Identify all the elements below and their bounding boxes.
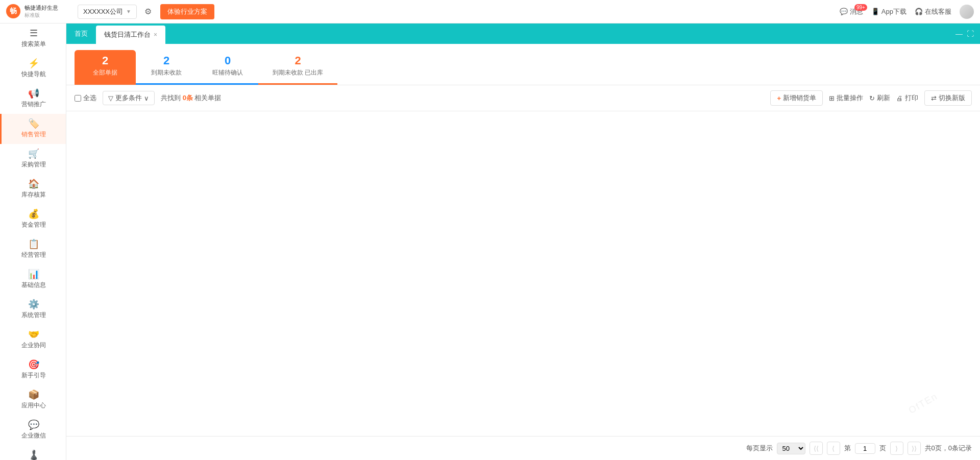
tab-expand-icon[interactable]: ⛶ <box>967 30 974 38</box>
add-sales-order-button[interactable]: + 新增销货单 <box>770 90 823 106</box>
found-count: 0条 <box>183 94 193 102</box>
stat-tab-0[interactable]: 2 全部单据 <box>75 50 136 85</box>
filter-button[interactable]: ▽ 更多条件 ∨ <box>103 91 155 105</box>
plus-icon: + <box>777 94 781 102</box>
chevron-icon: ∨ <box>144 94 149 102</box>
sidebar-item-purchase[interactable]: 🛒 采购管理 <box>0 144 66 174</box>
member-icon: ♟️ <box>28 450 39 459</box>
guide-label: 新手引导 <box>21 371 46 380</box>
sales-label: 销售管理 <box>21 130 46 139</box>
messages-badge: 99+ <box>854 4 867 11</box>
sidebar-item-cooperation[interactable]: 🤝 企业协同 <box>0 325 66 355</box>
purchase-icon: 🛒 <box>28 149 39 158</box>
stat-tab-3[interactable]: 2 到期未收款 已出库 <box>258 50 337 85</box>
inventory-label: 库存核算 <box>21 190 46 199</box>
checkbox-input[interactable] <box>75 95 81 102</box>
marketing-icon: 📢 <box>28 89 39 98</box>
company-name: XXXXXX公司 <box>83 7 123 16</box>
stat-label-1: 到期未收款 <box>151 68 182 77</box>
page-prev-btn[interactable]: ⟨ <box>827 442 840 455</box>
system-label: 系统管理 <box>21 311 46 320</box>
sidebar-item-member[interactable]: ♟️ 畅会员 <box>0 445 66 460</box>
header-right: 💬 消息 99+ 📱 App下载 🎧 在线客服 <box>840 5 974 19</box>
filter-icon: ▽ <box>108 94 113 102</box>
online-support-btn[interactable]: 🎧 在线客服 <box>915 7 951 16</box>
avatar[interactable] <box>960 5 974 19</box>
print-button[interactable]: 🖨 打印 <box>896 93 918 103</box>
sidebar-item-guide[interactable]: 🎯 新手引导 <box>0 355 66 385</box>
refresh-icon: ↻ <box>869 94 875 102</box>
page-first-btn[interactable]: ⟨⟨ <box>810 442 823 455</box>
wecom-icon: 💬 <box>28 420 39 429</box>
stat-number-3: 2 <box>295 54 301 67</box>
app-name: 畅捷通好生意 <box>24 4 58 11</box>
toolbar-right: + 新增销货单 ⊞ 批量操作 ↻ 刷新 🖨 打印 <box>770 90 972 106</box>
page-input[interactable] <box>855 443 875 454</box>
search-menu-label: 搜索菜单 <box>21 40 46 49</box>
basic-info-label: 基础信息 <box>21 281 46 289</box>
guide-icon: 🎯 <box>28 360 39 369</box>
finance-icon: 💰 <box>28 209 39 219</box>
app-version: 标准版 <box>24 12 58 19</box>
table-area <box>66 111 980 436</box>
operations-label: 经营管理 <box>21 251 46 259</box>
stat-label-3: 到期未收款 已出库 <box>273 68 323 77</box>
sidebar-item-inventory[interactable]: 🏠 库存核算 <box>0 174 66 204</box>
page-next-btn[interactable]: ⟩ <box>890 442 903 455</box>
main-content: 首页 钱货日清工作台 × — ⛶ 2 全部单据 2 到期未收款 0 旺辅待确认 … <box>66 23 980 460</box>
tab-close-icon[interactable]: × <box>154 31 157 38</box>
content-area: 2 全部单据 2 到期未收款 0 旺辅待确认 2 到期未收款 已出库 全选 ▽ … <box>66 44 980 460</box>
total-count: 共0页，0条记录 <box>925 444 972 453</box>
refresh-button[interactable]: ↻ 刷新 <box>869 93 890 103</box>
batch-operation-button[interactable]: ⊞ 批量操作 <box>829 93 863 103</box>
sidebar-item-quick-nav[interactable]: ⚡ 快捷导航 <box>0 54 66 84</box>
tab-bar-right: — ⛶ <box>955 30 980 38</box>
company-selector[interactable]: XXXXXX公司 ▼ <box>78 5 137 19</box>
wecom-label: 企业微信 <box>21 431 46 440</box>
logo-icon: 畅 <box>6 4 20 18</box>
select-all-checkbox[interactable]: 全选 <box>75 93 96 103</box>
settings-button[interactable]: ⚙ <box>141 5 155 19</box>
page-size-select[interactable]: 50 100 200 <box>777 443 805 454</box>
sales-icon: 🏷️ <box>28 119 39 128</box>
search-menu-icon: ☰ <box>30 29 38 38</box>
sidebar-item-operations[interactable]: 📋 经营管理 <box>0 234 66 264</box>
support-icon: 🎧 <box>915 8 923 15</box>
stat-number-1: 2 <box>163 54 169 67</box>
tab-active[interactable]: 钱货日清工作台 × <box>96 26 165 44</box>
sidebar-item-system[interactable]: ⚙️ 系统管理 <box>0 295 66 325</box>
pagination: 每页显示 50 100 200 ⟨⟨ ⟨ 第 页 ⟩ ⟩⟩ 共0页，0条记录 <box>66 436 980 460</box>
sidebar-item-search-menu[interactable]: ☰ 搜索菜单 <box>0 23 66 54</box>
tab-bar: 首页 钱货日清工作台 × — ⛶ <box>66 23 980 44</box>
quick-nav-icon: ⚡ <box>28 59 39 68</box>
print-icon: 🖨 <box>896 94 903 102</box>
stat-label-0: 全部单据 <box>93 68 117 77</box>
found-text: 共找到 0条 相关单据 <box>161 93 221 103</box>
messages-btn[interactable]: 💬 消息 99+ <box>840 7 863 16</box>
sidebar-item-wecom[interactable]: 💬 企业微信 <box>0 415 66 445</box>
experience-btn[interactable]: 体验行业方案 <box>160 4 214 19</box>
toolbar: 全选 ▽ 更多条件 ∨ 共找到 0条 相关单据 + 新增销货单 <box>66 85 980 111</box>
sidebar-item-sales[interactable]: 🏷️ 销售管理 <box>0 114 66 144</box>
operations-icon: 📋 <box>28 239 39 249</box>
stats-tabs: 2 全部单据 2 到期未收款 0 旺辅待确认 2 到期未收款 已出库 <box>66 44 980 85</box>
main-layout: ☰ 搜索菜单 ⚡ 快捷导航 📢 营销推广 🏷️ 销售管理 🛒 采购管理 🏠 库存… <box>0 23 980 460</box>
chevron-down-icon: ▼ <box>126 9 131 14</box>
marketing-label: 营销推广 <box>21 100 46 109</box>
basic-info-icon: 📊 <box>28 270 39 279</box>
avatar-placeholder <box>960 5 974 19</box>
tab-minimize-icon[interactable]: — <box>955 30 963 38</box>
tab-home[interactable]: 首页 <box>66 23 96 44</box>
finance-label: 资金管理 <box>21 221 46 229</box>
page-last-btn[interactable]: ⟩⟩ <box>908 442 921 455</box>
sidebar-item-basic-info[interactable]: 📊 基础信息 <box>0 264 66 295</box>
stat-tab-1[interactable]: 2 到期未收款 <box>136 50 197 85</box>
sidebar-item-marketing[interactable]: 📢 营销推广 <box>0 84 66 114</box>
switch-icon: ⇄ <box>931 94 937 102</box>
sidebar-item-finance[interactable]: 💰 资金管理 <box>0 204 66 234</box>
app-center-label: 应用中心 <box>21 401 46 410</box>
stat-tab-2[interactable]: 0 旺辅待确认 <box>197 50 258 85</box>
switch-version-button[interactable]: ⇄ 切换新版 <box>924 90 972 106</box>
sidebar-item-app-center[interactable]: 📦 应用中心 <box>0 385 66 415</box>
app-download-btn[interactable]: 📱 App下载 <box>871 7 906 16</box>
